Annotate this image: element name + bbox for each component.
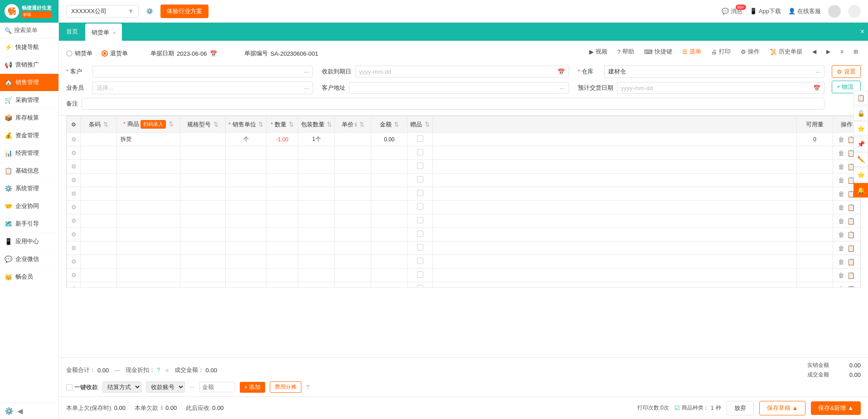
cell-amount-10[interactable] [371,269,407,282]
cell-price-0[interactable] [335,133,371,146]
sort-qty-icon[interactable]: ⇅ [289,121,294,128]
cell-barcode-4[interactable] [81,187,117,201]
cell-amount-9[interactable] [371,255,407,269]
cell-goods-2[interactable] [117,160,180,173]
float-btn-4[interactable]: 📌 [853,137,868,151]
history-btn[interactable]: 📜 历史单据 [767,46,805,57]
next-btn[interactable]: ▶ [824,47,833,56]
sort-goods-icon[interactable]: ⇅ [169,120,174,127]
cell-qty-11[interactable] [267,282,298,288]
cell-price-3[interactable] [335,173,371,187]
settings-button[interactable]: ⚙ 设置 [832,65,861,78]
cell-spec-6[interactable] [180,214,226,228]
float-btn-7[interactable]: 🔔 [853,183,868,197]
sort-gift-icon[interactable]: ⇅ [425,121,430,128]
cell-gift-4[interactable] [407,187,432,201]
cell-unit-0[interactable]: 个 [226,133,267,146]
operate-btn[interactable]: ⚙ 操作 [738,46,762,57]
cell-amount-4[interactable] [371,187,407,201]
shortage-info-icon[interactable]: ℹ [161,405,163,411]
cell-pkgqty-1[interactable] [298,146,335,160]
sort-spec-icon[interactable]: ⇅ [213,121,218,128]
cell-amount-11[interactable] [371,282,407,288]
cell-goods-3[interactable] [117,173,180,187]
cell-unit-3[interactable] [226,173,267,187]
cell-barcode-1[interactable] [81,146,117,160]
delete-icon-11[interactable]: 🗑 [838,285,844,288]
copy-icon-7[interactable]: 📋 [847,231,855,238]
cell-pkgqty-11[interactable] [298,282,335,288]
save-draft-button[interactable]: 保存草稿 ▲ [759,401,806,415]
cell-price-7[interactable] [335,228,371,241]
cell-goods-11[interactable] [117,282,180,288]
online-support-item[interactable]: 👤 在线客服 [788,7,821,15]
cell-spec-4[interactable] [180,187,226,201]
cell-goods-10[interactable] [117,269,180,282]
cell-pkgqty-5[interactable] [298,201,335,214]
cell-qty-4[interactable] [267,187,298,201]
cell-barcode-6[interactable] [81,214,117,228]
warehouse-input[interactable]: 建材仓 ··· [604,65,824,78]
cell-goods-1[interactable] [117,146,180,160]
copy-icon-5[interactable]: 📋 [847,204,855,211]
discard-button[interactable]: 放弃 [727,401,754,415]
cell-pkgqty-2[interactable] [298,160,335,173]
cell-spec-8[interactable] [180,241,226,255]
cell-spec-5[interactable] [180,201,226,214]
cell-spec-7[interactable] [180,228,226,241]
delete-icon-2[interactable]: 🗑 [838,163,844,170]
cell-barcode-0[interactable] [81,133,117,146]
cell-goods-4[interactable] [117,187,180,201]
cell-barcode-2[interactable] [81,160,117,173]
sort-price-icon[interactable]: ⇅ [359,121,364,128]
cell-price-1[interactable] [335,146,371,160]
collapse-icon[interactable]: ◀ [17,407,23,415]
cell-amount-2[interactable] [371,160,407,173]
cell-barcode-10[interactable] [81,269,117,282]
cell-spec-0[interactable] [180,133,226,146]
account-select[interactable]: 收款账号 [146,381,185,393]
delete-icon-3[interactable]: 🗑 [838,177,844,184]
cell-pkgqty-10[interactable] [298,269,335,282]
cell-amount-5[interactable] [371,201,407,214]
cell-price-11[interactable] [335,282,371,288]
sort-unit-icon[interactable]: ⇅ [258,121,263,128]
expense-help-icon[interactable]: ? [306,384,309,390]
cell-spec-1[interactable] [180,146,226,160]
float-btn-5[interactable]: ✏️ [853,152,868,167]
cell-spec-9[interactable] [180,255,226,269]
shortcut-btn[interactable]: ⌨ 快捷键 [641,46,675,57]
list-view-btn[interactable]: ≡ [838,47,846,56]
remarks-input[interactable] [82,98,824,110]
cell-price-5[interactable] [335,201,371,214]
cell-unit-7[interactable] [226,228,267,241]
sort-barcode-icon[interactable]: ⇅ [103,121,108,128]
sort-pkgqty-icon[interactable]: ⇅ [327,121,332,128]
app-download-item[interactable]: 📱 App下载 [750,7,781,15]
sidebar-item-marketing[interactable]: 📢 营销推广 [0,56,58,74]
sidebar-item-guide[interactable]: 🗺️ 新手引导 [0,215,58,233]
price-info-icon[interactable]: ℹ [355,122,357,127]
save-new-button[interactable]: 保存&新增 ▲ [811,401,861,415]
cell-price-9[interactable] [335,255,371,269]
cell-amount-6[interactable] [371,214,407,228]
cell-unit-2[interactable] [226,160,267,173]
salesman-dots[interactable]: ··· [304,85,309,92]
video-btn[interactable]: ▶ 视频 [587,46,610,57]
radio-sale[interactable]: 销货单 [66,49,92,58]
cell-gift-11[interactable] [407,282,432,288]
cell-unit-4[interactable] [226,187,267,201]
tab-bar-close-icon[interactable]: × [860,28,864,36]
copy-icon-8[interactable]: 📋 [847,245,855,252]
settings-gear-icon[interactable]: ⚙️ [143,5,156,18]
cell-qty-5[interactable] [267,201,298,214]
sidebar-item-purchase[interactable]: 🛒 采购管理 [0,92,58,109]
delete-icon-1[interactable]: 🗑 [838,149,844,157]
radio-return[interactable]: 退货单 [102,49,128,58]
cell-gift-2[interactable] [407,160,432,173]
cell-price-6[interactable] [335,214,371,228]
delete-icon-7[interactable]: 🗑 [838,231,844,238]
cell-pkgqty-0[interactable]: 1个 [298,133,335,146]
experience-button[interactable]: 体验行业方案 [160,5,209,18]
company-selector[interactable]: XXXXXX公司 ▼ [66,5,139,18]
